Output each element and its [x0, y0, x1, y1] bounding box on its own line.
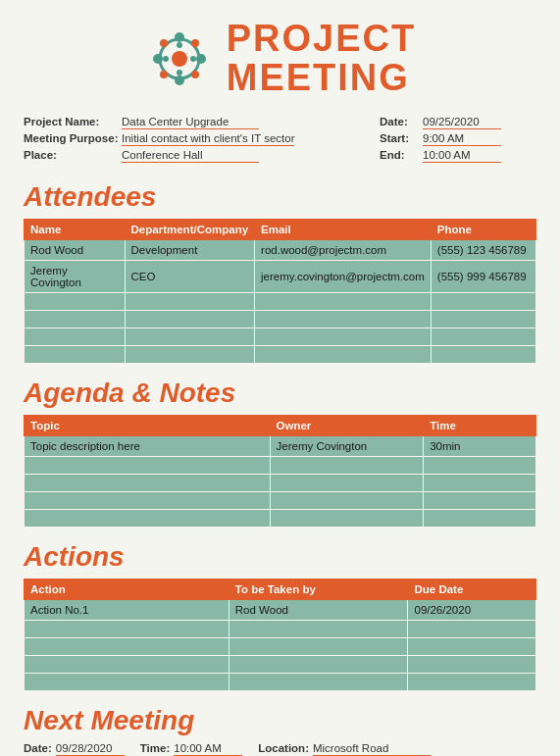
table-cell: Rod Wood [25, 239, 126, 260]
svg-point-8 [160, 71, 168, 78]
end-row: End: 10:00 AM [380, 149, 536, 163]
table-cell: Development [125, 239, 255, 260]
table-cell [431, 292, 535, 310]
nm-time-value: 10:00 AM [174, 742, 242, 756]
table-cell: (555) 123 456789 [431, 239, 535, 260]
nm-time-label: Time: [140, 742, 170, 754]
table-cell [255, 292, 432, 310]
actions-col-due: Due Date [408, 579, 536, 599]
attendees-row: Jeremy CovingtonCEOjeremy.covington@proj… [25, 260, 536, 292]
table-cell [125, 345, 255, 363]
table-cell [270, 456, 424, 474]
svg-point-5 [196, 54, 206, 64]
date-row: Date: 09/25/2020 [380, 116, 536, 129]
agenda-row [25, 509, 536, 527]
svg-point-13 [190, 56, 196, 62]
table-cell [431, 345, 535, 363]
place-row: Place: Conference Hall [24, 149, 380, 163]
table-cell [125, 310, 255, 328]
table-cell [408, 673, 536, 690]
actions-row [25, 620, 536, 637]
agenda-col-topic: Topic [25, 415, 271, 435]
attendees-col-name: Name [25, 219, 126, 239]
table-cell [424, 491, 536, 509]
project-name-row: Project Name: Data Center Upgrade [24, 116, 380, 129]
logo-icon [144, 24, 215, 94]
table-cell [25, 655, 229, 673]
table-cell [270, 474, 424, 491]
attendees-col-dept: Department/Company [125, 219, 255, 239]
svg-point-9 [191, 71, 199, 78]
table-cell: (555) 999 456789 [431, 260, 535, 292]
svg-point-6 [160, 39, 168, 47]
title-line1: PROJECT [227, 20, 416, 59]
attendees-row: Rod WoodDevelopmentrod.wood@projectm.com… [25, 239, 536, 260]
table-cell [255, 310, 432, 328]
nm-date-value: 09/28/2020 [56, 742, 125, 756]
svg-point-1 [172, 51, 187, 67]
nm-date-label: Date: [24, 742, 52, 754]
nm-location-label: Location: [258, 742, 309, 754]
date-label: Date: [380, 116, 423, 127]
table-cell [408, 637, 536, 655]
end-label: End: [380, 149, 423, 161]
meeting-purpose-label: Meeting Purpose: [24, 132, 122, 144]
agenda-row: Topic description hereJeremy Covington30… [25, 435, 536, 456]
table-cell [25, 637, 229, 655]
actions-row [25, 655, 536, 673]
table-cell: CEO [125, 260, 255, 292]
actions-heading: Actions [24, 541, 536, 573]
table-cell [270, 491, 424, 509]
attendees-col-email: Email [255, 219, 432, 239]
table-cell [125, 328, 255, 345]
agenda-row [25, 474, 536, 491]
table-cell [25, 345, 126, 363]
next-meeting-row1: Date: 09/28/2020 Time: 10:00 AM Location… [24, 742, 536, 756]
actions-col-action: Action [25, 579, 229, 599]
table-cell: Jeremy Covington [270, 435, 424, 456]
attendees-row [25, 345, 536, 363]
next-meeting-heading: Next Meeting [24, 705, 536, 736]
svg-point-4 [153, 54, 163, 64]
table-cell [25, 456, 271, 474]
table-cell [431, 310, 535, 328]
attendees-row [25, 292, 536, 310]
svg-point-3 [175, 76, 184, 85]
table-cell: Topic description here [25, 435, 271, 456]
table-cell: rod.wood@projectm.com [255, 239, 432, 260]
table-cell: 30min [424, 435, 536, 456]
agenda-row [25, 456, 536, 474]
actions-row [25, 637, 536, 655]
table-cell [270, 509, 424, 527]
actions-row [25, 673, 536, 690]
project-name-value: Data Center Upgrade [122, 116, 259, 129]
info-left: Project Name: Data Center Upgrade Meetin… [24, 116, 380, 166]
svg-point-2 [175, 32, 184, 42]
project-info: Project Name: Data Center Upgrade Meetin… [24, 116, 536, 166]
table-cell: Action No.1 [25, 599, 229, 620]
start-value: 9:00 AM [423, 132, 501, 146]
table-cell: jeremy.covington@projectm.com [255, 260, 432, 292]
table-cell: Rod Wood [229, 599, 408, 620]
table-cell [424, 456, 536, 474]
table-cell [255, 328, 432, 345]
attendees-col-phone: Phone [431, 219, 535, 239]
actions-col-taken: To be Taken by [229, 579, 408, 599]
end-value: 10:00 AM [423, 149, 501, 163]
nm-location-value: Microsoft Road [313, 742, 431, 756]
place-value: Conference Hall [122, 149, 259, 163]
agenda-col-time: Time [424, 415, 536, 435]
actions-header-row: Action To be Taken by Due Date [25, 579, 536, 599]
title-line2: MEETING [227, 59, 416, 98]
agenda-row [25, 491, 536, 509]
start-row: Start: 9:00 AM [380, 132, 536, 146]
attendees-header-row: Name Department/Company Email Phone [25, 219, 536, 239]
place-label: Place: [24, 149, 122, 161]
agenda-table: Topic Owner Time Topic description hereJ… [24, 415, 536, 528]
attendees-table: Name Department/Company Email Phone Rod … [24, 219, 536, 364]
table-cell: Jeremy Covington [25, 260, 126, 292]
attendees-row [25, 328, 536, 345]
table-cell [25, 292, 126, 310]
actions-row: Action No.1Rod Wood09/26/2020 [25, 599, 536, 620]
meeting-purpose-row: Meeting Purpose: Initial contact with cl… [24, 132, 380, 146]
